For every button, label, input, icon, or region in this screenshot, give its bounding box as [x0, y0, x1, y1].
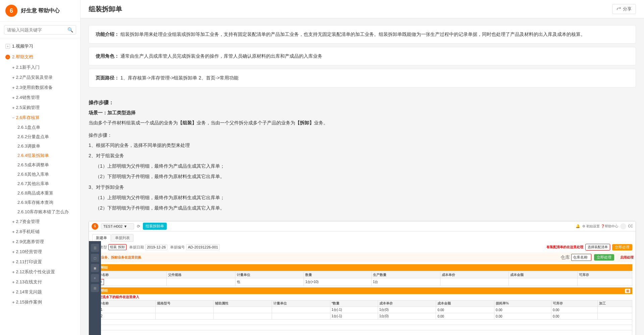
sidebar-item-faq[interactable]: + 2.14常见问题 — [12, 287, 80, 297]
mock-bom-label: 选择装配清单 — [588, 245, 608, 249]
plus-icon: + — [12, 249, 15, 255]
operations-section: 操作步骤： 场景一：加工类型选择 当由多个子件材料组装成一个成品的业务为【组装】… — [89, 91, 636, 218]
mock-confirm-btn[interactable]: 立即处理 — [612, 244, 632, 250]
mock-tab-new[interactable]: 新建单 — [92, 234, 111, 242]
mock-warehouse-input[interactable]: 仓库名称 — [571, 254, 591, 261]
sidebar-item-inv-266[interactable]: 2.6.6其他入库单 — [17, 170, 80, 179]
path-block: 页面路径： 1、库存核算->库存管理->组装拆卸单 2、首页->常用功能 — [89, 69, 636, 87]
sidebar-item-coupon[interactable]: + 2.9优惠券管理 — [12, 237, 80, 247]
table-row — [93, 320, 632, 325]
step1: 1、根据不同的业务，选择不同单据的类型来处理 — [89, 141, 636, 150]
sidebar-item-sales[interactable]: + 2.4销售管理 — [12, 93, 80, 103]
mock-sidebar-icon-1: ☰ — [91, 244, 99, 252]
share-button[interactable]: 分享 — [612, 4, 636, 14]
mock-table1-body: 米米 包 1台(+10) 1台 — [93, 278, 632, 286]
sidebar-item-docs[interactable]: − 2.帮助文档 — [0, 52, 80, 62]
search-area: 🔍 — [0, 22, 80, 38]
search-icon[interactable]: 🔍 — [67, 27, 73, 33]
sidebar-item-purchase[interactable]: + 2.5采购管理 — [12, 103, 80, 113]
step2-sub1: （1）上部明细为父件明细，最终作为产成品生成其它入库单； — [95, 162, 636, 170]
app-logo-icon: 6 — [5, 5, 17, 17]
sidebar-item-operation[interactable]: + 2.10经营管理 — [12, 247, 80, 257]
scenario1-desc: 当由多个子件材料组装成一个成品的业务为【组装】业务，当由一个父件拆分成多个子产品… — [89, 119, 636, 127]
mock-biznum-value: AD-20191226-001 — [188, 245, 218, 249]
sidebar-item-print[interactable]: + 2.11打印设置 — [12, 257, 80, 267]
sidebar-item-inv-261[interactable]: 2.6.1盘点单 — [17, 123, 80, 132]
mock-date-input[interactable]: 2019-12-26 — [145, 244, 167, 250]
scenario1-desc-end: 业务。 — [314, 120, 328, 125]
mock-empty-row-4 — [93, 325, 632, 330]
nav-sub-docs: + 2.1新手入门 + 2.2产品安装及登录 + 2.3使用前数据准备 + 2.… — [0, 62, 80, 307]
mock-td2-qty-2: 1台(-1) — [330, 313, 378, 320]
sidebar-item-inv-263[interactable]: 2.6.3调拨单 — [17, 142, 80, 151]
sidebar-item-cases[interactable]: + 2.15操作案例 — [12, 297, 80, 307]
mock-expand-icon[interactable]: ⊞ — [625, 289, 630, 293]
sidebar-item-inv-2610[interactable]: 2.6.10库存账本错了怎么办 — [17, 207, 80, 217]
mock-company-select[interactable]: TEST-H002 ▼ — [101, 223, 134, 229]
mock-annotation4: 不固定流水下的组件在这里录入 — [92, 295, 632, 299]
mock-th-cost-price: 成本单价 — [440, 272, 509, 278]
sidebar-item-mobile[interactable]: + 2.8手机旺铺 — [12, 227, 80, 237]
sidebar-item-inv-268[interactable]: 2.6.8商品成本重算 — [17, 188, 80, 198]
mock-td2-name-2: 物料2 — [93, 313, 156, 320]
mock-th2-loss: 损耗率% — [494, 300, 551, 307]
sidebar-item-inv-269[interactable]: 2.6.9库存账本查询 — [17, 198, 80, 207]
mock-td2-loss-1: 0.00 — [494, 307, 551, 313]
nav-section-docs: − 2.帮助文档 + 2.1新手入门 + 2.2产品安装及登录 + 2.3使用前… — [0, 52, 80, 307]
logo-area: 6 好生意 帮助中心 — [0, 0, 80, 22]
mock-type-opt1[interactable]: 组装 — [110, 245, 117, 249]
step3-sub2: （2）下部明细为子件明细，最终作为产成品生成其它入库单。 — [95, 204, 636, 212]
mock-activate-btn[interactable]: 立即处理 — [594, 254, 614, 261]
sidebar-item-data-prep[interactable]: + 2.3使用前数据准备 — [12, 82, 80, 93]
sidebar-item-install[interactable]: + 2.2产品安装及登录 — [12, 72, 80, 82]
mock-module-btn[interactable]: 组装拆卸单 — [143, 223, 167, 230]
mock-td2-unit-2 — [272, 313, 330, 320]
nav-tree: + 1.视频学习 − 2.帮助文档 + 2.1新手入门 + 2.2产品安装及登录 — [0, 38, 80, 335]
main-area: 组装拆卸单 分享 功能介绍： 组装拆卸单用来处理企业组装或拆卸等加工业务，支持有… — [80, 0, 644, 335]
mock-warehouse-value: 仓库名称 — [573, 255, 588, 259]
sidebar-item-system[interactable]: + 2.12系统个性化设置 — [12, 267, 80, 277]
mock-tools-text: ⚙ 初始设置 ❓帮助中心 — [582, 224, 618, 229]
role-text: 通常由生产人员或库管人员完成拆装业务的操作，库管人员确认原材料的出库和产成品的入… — [120, 53, 322, 59]
sidebar-item-newbie[interactable]: + 2.1新手入门 — [12, 62, 80, 72]
mock-type-opt2[interactable]: 拆卸 — [118, 245, 125, 249]
plus-icon: + — [12, 300, 15, 305]
mock-td2-loss-2: 0.00 — [494, 313, 551, 320]
sidebar-item-inv-264[interactable]: 2.6.4组装拆卸单 — [17, 151, 80, 160]
sidebar-item-video[interactable]: + 1.视频学习 — [0, 41, 80, 52]
ops-steps-title: 操作步骤： — [89, 132, 636, 138]
plus-icon: + — [12, 239, 15, 244]
mock-td2-proc-1 — [598, 307, 632, 313]
sidebar-item-inv-262[interactable]: 2.6.2分量盘点单 — [17, 132, 80, 142]
sidebar-item-inventory[interactable]: − 2.6库存核算 — [12, 113, 80, 123]
mock-bom-area: 有装配清单的在这里处理 选择装配清单 立即处理 — [222, 244, 632, 250]
mock-form-row1: 加工类型 组装 拆卸 单据日期 2019-12-26 — [92, 244, 632, 250]
mock-td2-spec-2 — [155, 313, 214, 320]
step2-sub2: （2）下部明细为子件明细，最终作为原材料生成其它出库单。 — [95, 172, 636, 181]
search-input[interactable] — [7, 27, 67, 33]
plus-icon: + — [12, 270, 15, 275]
sidebar-item-payment[interactable]: + 2.13在线支付 — [12, 277, 80, 287]
mock-tab-list[interactable]: 单据列表 — [111, 234, 133, 242]
mock-toolbar-right: 🔔 ⚙ 初始设置 ❓帮助中心 CC — [576, 223, 633, 229]
mock-table1: *父件名称 父件规格 计量单位 数量 生产数量 成本单价 成本金额 可库存 — [92, 272, 632, 286]
mock-td2-name-1: 物料1 — [93, 307, 156, 313]
sidebar-item-finance[interactable]: + 2.7资金管理 — [12, 217, 80, 227]
mock-biznum-input[interactable]: AD-20191226-001 — [186, 244, 220, 250]
mock-td2-attr-1 — [214, 307, 272, 313]
mock-warehouse-field: 仓库 仓库名称 — [560, 254, 591, 261]
mock-td2-cprice-1: 1台(0) — [378, 307, 436, 313]
mock-sidebar-icon-2: ◻ — [91, 254, 99, 262]
sidebar-item-inv-265[interactable]: 2.6.5成本调整单 — [17, 160, 80, 170]
mock-confirm-label: 立即处理 — [615, 245, 630, 249]
plus-icon: + — [12, 105, 15, 110]
table-row: 物料2 1台(-1) 1台(0) 0.00 0.00 0.00 — [93, 313, 632, 320]
sidebar-item-inv-267[interactable]: 2.6.7其他出库单 — [17, 179, 80, 188]
mock-th2-unit: 计量单位 — [272, 300, 330, 307]
app-name: 好生意 帮助中心 — [21, 7, 60, 14]
mock-bom-btn[interactable]: 选择装配清单 — [585, 244, 610, 250]
path-text: 1、库存核算->库存管理->组装拆卸单 2、首页->常用功能 — [120, 75, 238, 80]
mock-tab-new-label: 新建单 — [96, 236, 107, 240]
step3: 3、对于拆卸业务 — [89, 183, 636, 191]
screenshot-container: 6 TEST-H002 ▼ ⟳ 组装拆卸单 🔔 ⚙ 初始设置 ❓帮助中心 CC — [89, 221, 636, 335]
